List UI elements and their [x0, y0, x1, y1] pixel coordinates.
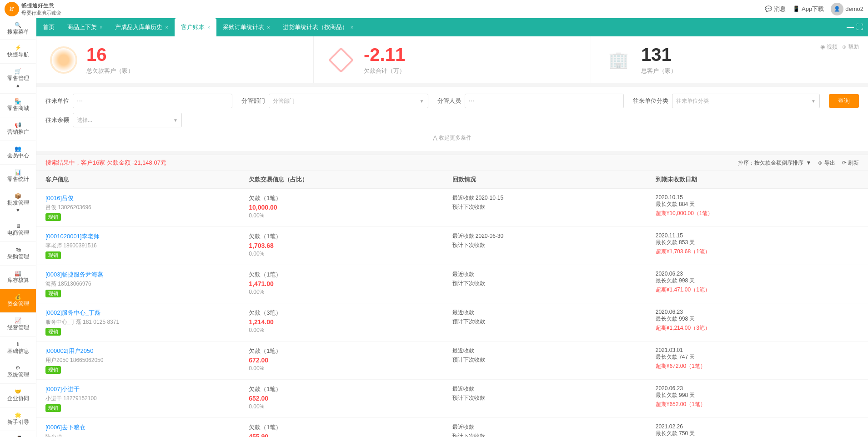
page-content: ¥ 16 总欠款客户（家） -2.11 欠款合计（万） — [36, 36, 868, 437]
export-btn[interactable]: ⊙ 导出 — [818, 159, 835, 167]
data-table: 客户信息 欠款交易信息（占比） 回款情况 到期未收款日期 [0016]吕俊 吕俊… — [36, 171, 868, 437]
sidebar-item-retail-mall[interactable]: 🏪 零售商城 — [0, 94, 36, 117]
message-btn[interactable]: 💬 消息 — [765, 5, 786, 13]
tab-close-products-off[interactable]: × — [100, 25, 102, 30]
sidebar-item-basic-info[interactable]: ℹ 基础信息 — [0, 337, 36, 360]
sidebar-item-inventory[interactable]: 🏭 库存核算 — [0, 266, 36, 289]
sidebar-search[interactable]: 🔍 搜索菜单 — [0, 18, 36, 40]
debt-amount-2[interactable]: 1,471.00 — [249, 280, 452, 287]
unit-category-select[interactable]: 往来单位分类 ▼ — [672, 94, 820, 108]
user-menu[interactable]: 👤 demo2 — [831, 3, 863, 15]
sidebar-item-finance[interactable]: 💰 资金管理 — [0, 289, 36, 313]
balance-select[interactable]: 选择... ▼ — [73, 113, 182, 127]
tab-close-purchase-order[interactable]: × — [267, 25, 270, 30]
overdue-link-5[interactable]: 超期¥652.00（1笔） — [656, 401, 859, 408]
tab-customer-account[interactable]: 客户账本 × — [175, 18, 216, 36]
main-layout: 🔍 搜索菜单 ⚡ 快捷导航 🛒 零售管理 ▲ 🏪 零售商城 📢 营销推广 � — [0, 18, 868, 437]
overdue-link-3[interactable]: 超期¥1,214.00（3笔） — [656, 324, 859, 332]
recovery-last-2: 最近收款 — [452, 271, 656, 278]
tab-products-off[interactable]: 商品上下架 × — [61, 18, 109, 36]
sidebar-item-purchase[interactable]: 🛍 采购管理 — [0, 242, 36, 266]
sidebar-item-quick-nav[interactable]: ⚡ 快捷导航 — [0, 40, 36, 64]
sidebar-item-system[interactable]: ⚙ 系统管理 — [0, 360, 36, 384]
operation-icon: 📈 — [2, 317, 34, 324]
brand-name: 畅捷通好生意 — [21, 2, 61, 10]
sidebar-item-newbie[interactable]: 🌟 新手引导 — [0, 407, 36, 431]
sort-control[interactable]: 排序：按欠款金额倒序排序 ▼ — [738, 159, 811, 167]
overdue-link-2[interactable]: 超期¥1,471.00（1笔） — [656, 286, 859, 294]
app-download-btn[interactable]: 📱 App下载 — [793, 5, 824, 13]
debt-amount-0[interactable]: 10,000.00 — [249, 204, 452, 211]
search-button[interactable]: 查询 — [829, 94, 859, 108]
debt-count-5: 欠款（1笔） — [249, 385, 452, 393]
tab-inbound-stats[interactable]: 进货单统计表（按商品） × — [276, 18, 360, 36]
sidebar-item-ecommerce[interactable]: 🖥 电商管理 — [0, 218, 36, 242]
sidebar-item-retail-mgmt[interactable]: 🛒 零售管理 ▲ — [0, 64, 36, 94]
sidebar-item-app-center[interactable]: 📲 应用中心 — [0, 431, 36, 437]
sidebar-item-marketing[interactable]: 📢 营销推广 — [0, 117, 36, 141]
tab-close-customer-account[interactable]: × — [207, 25, 210, 30]
source-unit-label: 往来单位 — [45, 97, 69, 105]
filter-manager: 分管人员 ··· — [437, 94, 624, 108]
customer-contact-0: 吕俊 13026203696 — [45, 204, 249, 211]
overdue-info-4: 2021.03.01 最长欠款 747 天 超期¥672.00（1笔） — [656, 347, 859, 370]
table-row: [0007]小进干 小进干 18279152100 现销 欠款（1笔） 652.… — [36, 380, 868, 418]
customer-name-0[interactable]: [0016]吕俊 — [45, 194, 249, 202]
inventory-icon: 🏭 — [2, 270, 34, 276]
collapse-btn[interactable]: ⋀ 收起更多条件 — [45, 132, 859, 144]
customer-tag-1: 现销 — [45, 251, 61, 259]
refresh-btn[interactable]: ⟳ 刷新 — [842, 159, 859, 167]
overdue-link-4[interactable]: 超期¥672.00（1笔） — [656, 362, 859, 370]
sort-label: 排序：按欠款金额倒序排序 — [738, 159, 803, 167]
filter-row-1: 往来单位 ··· 分管部门 分管部门 ▼ — [45, 94, 859, 108]
source-unit-input[interactable]: ··· — [73, 94, 232, 108]
stat-text-total: 131 总客户（家） — [641, 45, 677, 75]
sidebar-item-member[interactable]: 👥 会员中心 — [0, 141, 36, 165]
tab-close-inbound-stats[interactable]: × — [351, 25, 353, 30]
tab-purchase-order[interactable]: 采购订单统计表 × — [216, 18, 276, 36]
customer-name-5[interactable]: [0007]小进干 — [45, 385, 249, 393]
filter-unit-category: 往来单位分类 往来单位分类 ▼ — [633, 94, 820, 108]
customer-name-1[interactable]: [0001020001]李老师 — [45, 232, 249, 241]
overdue-link-1[interactable]: 超期¥1,703.68（1笔） — [656, 248, 859, 256]
overdue-max-5: 最长欠款 998 天 — [656, 392, 859, 399]
sidebar-item-enterprise[interactable]: 🤝 企业协同 — [0, 384, 36, 407]
stat-top-right-actions: ◉ 视频 ⊙ 帮助 — [820, 43, 859, 51]
overdue-max-1: 最长欠款 853 天 — [656, 239, 859, 246]
debt-percent-1: 0.00% — [249, 251, 452, 257]
tab-home[interactable]: 首页 — [36, 18, 61, 36]
department-arrow: ▼ — [420, 99, 424, 104]
results-actions: 排序：按欠款金额倒序排序 ▼ ⊙ 导出 ⟳ 刷新 — [738, 159, 859, 167]
customer-name-4[interactable]: [000002]用户2050 — [45, 347, 249, 355]
customer-contact-6: 陈小帅 — [45, 433, 249, 437]
newbie-icon: 🌟 — [2, 412, 34, 418]
customer-name-6[interactable]: [0006]去下粮仓 — [45, 423, 249, 432]
balance-label: 往来余额 — [45, 116, 69, 124]
tab-product-history[interactable]: 产成品入库单历史 × — [109, 18, 174, 36]
debt-amount-1[interactable]: 1,703.68 — [249, 242, 452, 249]
customer-name-2[interactable]: [0003]畅捷服务尹海蒸 — [45, 271, 249, 279]
sort-arrow: ▼ — [806, 160, 811, 166]
video-link[interactable]: ◉ 视频 — [820, 43, 837, 51]
sidebar-item-batch-mgmt[interactable]: 📦 批发管理 ▼ — [0, 188, 36, 218]
sidebar-item-operation[interactable]: 📈 经营管理 — [0, 313, 36, 337]
help-link[interactable]: ⊙ 帮助 — [842, 43, 859, 51]
debt-percent-4: 0.00% — [249, 365, 452, 372]
debt-amount-3[interactable]: 1,214.00 — [249, 318, 452, 326]
debt-amount-4[interactable]: 672.00 — [249, 357, 452, 364]
department-select[interactable]: 分管部门 ▼ — [269, 94, 428, 108]
debt-amount-6[interactable]: 455.90 — [249, 433, 452, 437]
customer-name-3[interactable]: [0002]服务中心_丁磊 — [45, 309, 249, 317]
debt-count-2: 欠款（1笔） — [249, 271, 452, 279]
overdue-link-0[interactable]: 超期¥10,000.00（1笔） — [656, 210, 859, 217]
overdue-date-5: 2020.06.23 — [656, 385, 859, 392]
sidebar-item-retail-stats[interactable]: 📊 零售统计 — [0, 165, 36, 188]
customer-tag-2: 现销 — [45, 290, 61, 297]
tab-close-product-history[interactable]: × — [165, 25, 168, 30]
tabs-expand-btn[interactable]: — — [847, 23, 854, 31]
recovery-next-6: 预计下次收款 — [452, 432, 656, 437]
app-wrapper: 好 畅捷通好生意 母婴行业演示账套 💬 消息 📱 App下载 👤 demo2 — [0, 0, 868, 437]
tabs-fullscreen-btn[interactable]: ⛶ — [856, 23, 863, 31]
manager-input[interactable]: ··· — [465, 94, 624, 108]
debt-amount-5[interactable]: 652.00 — [249, 395, 452, 402]
